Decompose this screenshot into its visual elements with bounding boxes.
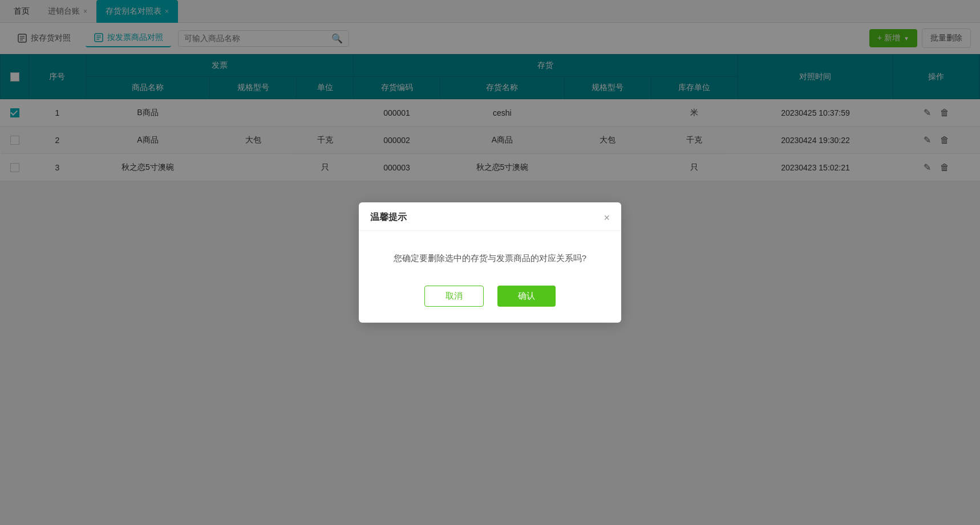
modal-message: 您确定要删除选中的存货与发票商品的对应关系吗? xyxy=(394,253,586,263)
modal-close-button[interactable]: × xyxy=(604,213,610,223)
modal-overlay: 温馨提示 × 您确定要删除选中的存货与发票商品的对应关系吗? 取消 确认 xyxy=(0,0,980,525)
modal-header: 温馨提示 × xyxy=(359,202,621,231)
modal-body: 您确定要删除选中的存货与发票商品的对应关系吗? xyxy=(359,231,621,281)
modal-footer: 取消 确认 xyxy=(359,281,621,323)
modal-title: 温馨提示 xyxy=(370,211,407,223)
modal-confirm-button[interactable]: 确认 xyxy=(497,286,556,307)
modal-cancel-button[interactable]: 取消 xyxy=(424,286,484,307)
modal-dialog: 温馨提示 × 您确定要删除选中的存货与发票商品的对应关系吗? 取消 确认 xyxy=(359,202,621,323)
